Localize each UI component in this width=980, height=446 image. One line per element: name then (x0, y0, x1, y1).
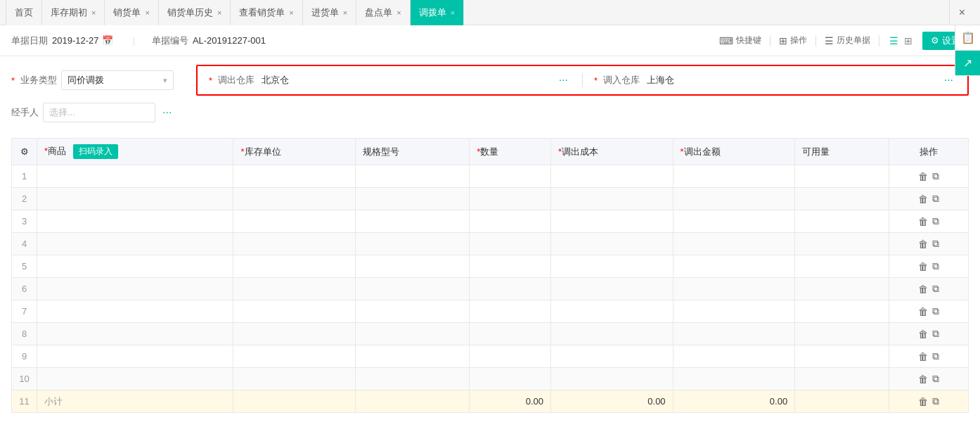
date-picker-icon[interactable]: 📅 (102, 35, 113, 46)
row-spec-6[interactable] (356, 278, 470, 300)
tab-close-inventory-init[interactable]: × (91, 8, 96, 17)
row-quantity-2[interactable] (470, 188, 551, 210)
warehouse-in-more-btn[interactable]: ··· (941, 74, 956, 87)
tab-close-sales-order[interactable]: × (145, 8, 149, 17)
tab-close-transfer-order[interactable]: × (451, 8, 455, 17)
row-copy-icon-9[interactable]: ⧉ (932, 350, 939, 362)
tab-purchase-order[interactable]: 进货单 × (303, 0, 356, 25)
layout-list-icon[interactable]: ☰ (888, 34, 900, 48)
row-product-5[interactable] (37, 255, 233, 278)
row-unit-5[interactable] (233, 255, 356, 278)
row-spec-5[interactable] (356, 255, 470, 278)
row-delete-icon-5[interactable]: 🗑 (918, 261, 928, 272)
business-type-input[interactable]: 同价调拨 ▾ (61, 70, 174, 90)
row-cost-1[interactable] (551, 165, 673, 188)
row-unit-4[interactable] (233, 233, 356, 255)
row-cost-2[interactable] (551, 188, 673, 210)
row-unit-3[interactable] (233, 210, 356, 233)
row-copy-icon-2[interactable]: ⧉ (932, 193, 939, 205)
tab-home[interactable]: 首页 (6, 0, 42, 25)
tab-close-purchase-order[interactable]: × (343, 8, 347, 17)
row-product-3[interactable] (37, 210, 233, 233)
tab-transfer-order[interactable]: 调拨单 × (411, 0, 464, 25)
tab-inventory-check[interactable]: 盘点单 × (356, 0, 410, 25)
row-product-2[interactable] (37, 188, 233, 210)
row-spec-8[interactable] (356, 323, 470, 345)
tab-close-sales-history[interactable]: × (217, 8, 221, 17)
row-spec-1[interactable] (356, 165, 470, 188)
row-unit-10[interactable] (233, 368, 356, 390)
row-delete-icon-3[interactable]: 🗑 (918, 216, 928, 227)
row-copy-icon-7[interactable]: ⧉ (932, 305, 939, 317)
row-delete-icon-8[interactable]: 🗑 (918, 329, 928, 340)
row-product-1[interactable] (37, 165, 233, 188)
tab-close-inventory-check[interactable]: × (396, 8, 401, 17)
row-cost-8[interactable] (551, 323, 673, 345)
row-quantity-7[interactable] (470, 300, 551, 323)
row-amount-3[interactable] (673, 210, 795, 233)
row-cost-10[interactable] (551, 368, 673, 390)
row-copy-icon-4[interactable]: ⧉ (932, 238, 939, 250)
sidebar-export-icon[interactable]: ↗ (955, 51, 981, 76)
row-cost-3[interactable] (551, 210, 673, 233)
row-unit-8[interactable] (233, 323, 356, 345)
row-spec-4[interactable] (356, 233, 470, 255)
row-spec-7[interactable] (356, 300, 470, 323)
row-copy-icon[interactable]: ⧉ (932, 395, 939, 407)
tab-close-view-sales[interactable]: × (289, 8, 293, 17)
row-quantity-1[interactable] (470, 165, 551, 188)
handler-input[interactable]: 选择... (43, 103, 155, 122)
row-product-10[interactable] (37, 368, 233, 390)
row-quantity-3[interactable] (470, 210, 551, 233)
scan-entry-button[interactable]: 扫码录入 (73, 144, 118, 159)
row-copy-icon-6[interactable]: ⧉ (932, 283, 939, 295)
row-delete-icon-9[interactable]: 🗑 (918, 351, 928, 362)
row-spec-9[interactable] (356, 345, 470, 368)
operation-btn[interactable]: ⊞ 操作 (779, 34, 807, 46)
history-btn[interactable]: ☰ 历史单据 (825, 34, 870, 46)
sidebar-note-icon[interactable]: 📋 (955, 25, 981, 51)
row-cost-4[interactable] (551, 233, 673, 255)
row-product-8[interactable] (37, 323, 233, 345)
row-amount-5[interactable] (673, 255, 795, 278)
row-unit-7[interactable] (233, 300, 356, 323)
row-delete-icon-2[interactable]: 🗑 (918, 193, 928, 205)
shortcut-key-btn[interactable]: ⌨ 快捷键 (719, 34, 761, 46)
row-copy-icon-8[interactable]: ⧉ (932, 328, 939, 340)
row-delete-icon-7[interactable]: 🗑 (918, 306, 928, 317)
row-unit-6[interactable] (233, 278, 356, 300)
row-quantity-10[interactable] (470, 368, 551, 390)
row-spec-2[interactable] (356, 188, 470, 210)
row-spec-3[interactable] (356, 210, 470, 233)
row-unit-2[interactable] (233, 188, 356, 210)
tab-sales-order[interactable]: 销货单 × (105, 0, 158, 25)
row-quantity-5[interactable] (470, 255, 551, 278)
row-copy-icon-1[interactable]: ⧉ (932, 170, 939, 182)
row-amount-7[interactable] (673, 300, 795, 323)
window-close-button[interactable]: × (949, 0, 974, 25)
row-amount-8[interactable] (673, 323, 795, 345)
row-amount-2[interactable] (673, 188, 795, 210)
row-product-6[interactable] (37, 278, 233, 300)
layout-grid-icon[interactable]: ⊞ (903, 34, 914, 48)
tab-inventory-init[interactable]: 库存期初 × (42, 0, 105, 25)
row-amount-4[interactable] (673, 233, 795, 255)
warehouse-out-value[interactable]: 北京仓 (262, 74, 289, 87)
row-cost-5[interactable] (551, 255, 673, 278)
row-product-9[interactable] (37, 345, 233, 368)
row-amount-1[interactable] (673, 165, 795, 188)
row-unit-9[interactable] (233, 345, 356, 368)
col-gear[interactable]: ⚙ (12, 139, 37, 165)
row-delete-icon[interactable]: 🗑 (918, 396, 928, 407)
row-product-4[interactable] (37, 233, 233, 255)
row-delete-icon-10[interactable]: 🗑 (918, 374, 928, 385)
tab-view-sales[interactable]: 查看销货单 × (231, 0, 302, 25)
row-quantity-6[interactable] (470, 278, 551, 300)
row-quantity-4[interactable] (470, 233, 551, 255)
tab-sales-history[interactable]: 销货单历史 × (159, 0, 231, 25)
warehouse-in-value[interactable]: 上海仓 (647, 74, 674, 87)
warehouse-out-more-btn[interactable]: ··· (556, 74, 571, 87)
row-copy-icon-3[interactable]: ⧉ (932, 215, 939, 227)
row-product-7[interactable] (37, 300, 233, 323)
row-delete-icon-4[interactable]: 🗑 (918, 238, 928, 250)
